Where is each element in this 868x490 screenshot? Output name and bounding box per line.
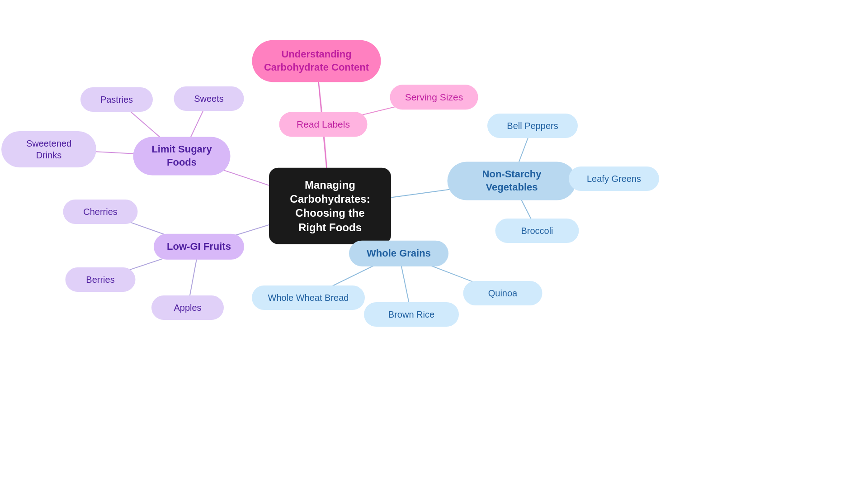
understanding-node: Understanding Carbohydrate Content <box>252 40 381 82</box>
read-labels-node: Read Labels <box>279 112 368 137</box>
broccoli-node: Broccoli <box>495 219 579 243</box>
berries-node: Berries <box>66 267 136 292</box>
pastries-node: Pastries <box>80 87 153 112</box>
apples-node: Apples <box>151 295 224 320</box>
bell-peppers-node: Bell Peppers <box>487 114 578 138</box>
sweets-node: Sweets <box>174 86 244 111</box>
serving-sizes-node: Serving Sizes <box>390 85 478 109</box>
quinoa-node: Quinoa <box>463 281 542 305</box>
whole-wheat-bread-node: Whole Wheat Bread <box>252 285 365 310</box>
low-gi-fruits-node: Low-GI Fruits <box>154 234 244 260</box>
non-starchy-node: Non-Starchy Vegetables <box>448 162 576 200</box>
central-node: Managing Carbohydrates: Choosing the Rig… <box>269 168 391 244</box>
brown-rice-node: Brown Rice <box>364 302 459 327</box>
limit-sugary-node: Limit Sugary Foods <box>133 137 231 175</box>
whole-grains-node: Whole Grains <box>349 241 448 266</box>
leafy-greens-node: Leafy Greens <box>569 167 659 191</box>
sweetened-drinks-node: Sweetened Drinks <box>1 131 96 167</box>
cherries-node: Cherries <box>63 200 138 224</box>
